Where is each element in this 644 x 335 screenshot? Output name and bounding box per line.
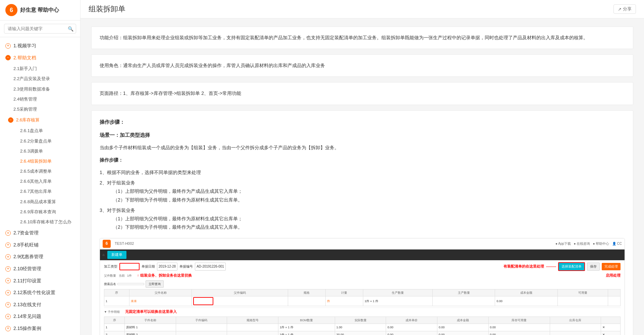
screenshot-sim: 6 TEST-H002 ● App下载 ● 在线咨询 ● 帮助中心 👤 CC ⌂… [100, 238, 625, 335]
ss-sub-label: 父件数量 当前 1件 [104, 273, 132, 278]
expand-icon: + [5, 278, 11, 283]
sidebar-item-faq[interactable]: + 2.14常见问题 [0, 311, 80, 323]
sidebar-item-coupon[interactable]: + 2.9优惠券管理 [0, 251, 80, 263]
collapse-icon-inventory: − [8, 117, 13, 123]
sidebar-item-case[interactable]: + 2.15操作案例 [0, 323, 80, 335]
ss-lth-wh: 出库仓库 [550, 317, 601, 324]
ss-td-spec [288, 296, 325, 306]
sidebar-item-label: 2.9优惠券管理 [13, 254, 43, 260]
share-button[interactable]: ↗ 分享 [613, 4, 636, 14]
ss-form-row1: 加工类型 单据日期 2019-12-28 单据编号 AD-20191226-00… [104, 262, 621, 271]
ss-lth-ops [601, 317, 621, 324]
sidebar-item-inventory[interactable]: − 2.6库存核算 [0, 114, 80, 126]
ss-th-parent-code: 父件编码 [192, 289, 288, 296]
sidebar-sub-item-3[interactable]: 2.4销售管理 [0, 94, 80, 104]
sidebar-sub-item-6[interactable]: 2.6.1盘点单 [0, 126, 80, 136]
ss-ltd-avail2: 0.00 [488, 331, 550, 335]
search-input[interactable] [4, 24, 76, 34]
ss-nav-bar: ⌂ 新建单 [100, 249, 625, 260]
sidebar-item-label: 2.13在线支付 [13, 301, 41, 308]
sidebar-item-label: 2.11打印设置 [13, 278, 41, 284]
table-row: 1 米米 件 1件 = 1 件 0.00 [104, 296, 621, 306]
screenshot-container: 6 TEST-H002 ● App下载 ● 在线咨询 ● 帮助中心 👤 CC ⌂… [100, 238, 625, 335]
ss-ltd-ops2: ✕ [601, 331, 621, 335]
table-row: 1 原材料 1 1件 = 1 件 1.00 0.00 0.00 0.00 [104, 324, 621, 331]
path-text: 页面路径：1、库存核算->库存管理->组装拆卸单 2、首页->常用功能 [100, 91, 241, 96]
share-label: 分享 [623, 6, 632, 12]
expand-icon: + [5, 254, 11, 260]
sidebar-item-print[interactable]: + 2.11打印设置 [0, 275, 80, 287]
sidebar-sub-item-8[interactable]: 2.6.3调拨单 [0, 146, 80, 156]
ss-form-area: 加工类型 单据日期 2019-12-28 单据编号 AD-20191226-00… [100, 260, 625, 335]
sidebar-sub-item-11[interactable]: 2.6.6其他入库单 [0, 176, 80, 186]
sidebar-sub-item-13[interactable]: 2.6.8商品成本重算 [0, 197, 80, 207]
ops-title: 操作步骤： [100, 117, 625, 126]
sidebar-sub-item-7[interactable]: 2.6.2分量盘点单 [0, 136, 80, 146]
search-box[interactable]: 🔍 [0, 20, 80, 37]
role-card: 使用角色：通常由生产人员或库管人员完成拆装业务的操作，库管人员确认原材料的出库和… [91, 54, 633, 77]
scene-title: 场景一：加工类型选择 [100, 130, 625, 139]
ss-td-no: 1 [104, 296, 129, 306]
ss-td-cost: 0.00 [495, 296, 558, 306]
ss-th-prod-qty: 生产数量 [363, 289, 433, 296]
ss-th-ops [608, 289, 620, 296]
sidebar-item-label: 1.视频学习 [13, 43, 36, 49]
ss-ltd-ca1: 0.00 [437, 324, 488, 331]
ss-upper-table: 序 父件名称 父件编码 规格 计量 生产数量 主产数量 成本金额 可用量 [104, 289, 621, 306]
ss-ltd-spec2 [227, 331, 278, 335]
app-title: 好生意 帮助中心 [20, 7, 59, 14]
ss-date-label: 单据日期 [142, 264, 155, 270]
ss-finish-btn: 完成处理 [602, 263, 621, 270]
sidebar-item-label: 2.8手机旺铺 [13, 242, 39, 248]
sidebar-item-finance[interactable]: + 2.7资金管理 [0, 227, 80, 239]
ss-ltd-code2 [176, 331, 227, 335]
ss-select-btn: 选择装配清单 [558, 262, 585, 271]
search-icon: 🔍 [68, 26, 73, 32]
sidebar-item-mobile[interactable]: + 2.8手机旺铺 [0, 239, 80, 251]
sidebar-sub-item-9-active[interactable]: 2.6.4组装拆卸单 [0, 156, 80, 166]
sidebar-item-video[interactable]: + 1.视频学习 [0, 40, 80, 52]
ss-ltd-name2: 原材料 2 [125, 331, 176, 335]
ss-type-input [119, 263, 140, 270]
sidebar-sub-item-10[interactable]: 2.6.5成本调整单 [0, 166, 80, 176]
path-card: 页面路径：1、库存核算->库存管理->组装拆卸单 2、首页->常用功能 [91, 82, 633, 105]
sidebar-sub-item-2[interactable]: 2.3使用前数据准备 [0, 84, 80, 94]
ss-ltd-no1: 1 [104, 324, 125, 331]
ss-td-avail [558, 296, 608, 306]
sidebar-item-mgmt[interactable]: + 2.10经营管理 [0, 263, 80, 275]
ss-th-parent-name: 父件名称 [129, 289, 192, 296]
step3-1: （1）上部明细为父件明细，最终作为原材料生成其它出库单； [113, 215, 625, 223]
ss-lth-no: 序 [104, 317, 125, 324]
expand-icon: + [5, 43, 11, 49]
sidebar-item-payment[interactable]: + 2.13在线支付 [0, 299, 80, 311]
main-content: 组装拆卸单 ↗ 分享 功能介绍：组装拆卸单用来处理企业组装或拆卸等加工业务，支持… [80, 0, 644, 335]
sidebar-item-label: 2.14常见问题 [13, 313, 41, 320]
sidebar-sub-item-12[interactable]: 2.6.7其他出库单 [0, 186, 80, 197]
step3: 3、对于拆装业务 [100, 206, 625, 215]
sidebar-item-system[interactable]: + 2.12系统个性化设置 [0, 287, 80, 299]
ss-home-icon: ⌂ [103, 252, 105, 258]
ss-ltd-actual1: 1.00 [335, 324, 386, 331]
expand-icon: + [5, 266, 11, 272]
ss-ltd-wh1 [550, 324, 601, 331]
ss-company: TEST-H002 [115, 240, 134, 247]
sidebar-sub-item-0[interactable]: 2.1新手入门 [0, 64, 80, 74]
ss-ltd-avail1: 0.00 [488, 324, 550, 331]
ss-divider: ▼ 子件明细 无固定清单可以组换在这里录入 [104, 308, 621, 315]
ss-ltd-no2: 2 [104, 331, 125, 335]
ss-ltd-ops1: ✕ [601, 324, 621, 331]
ss-ltd-actual2: 20.00 [335, 331, 386, 335]
step2-2: （2）下部明细为子件明细，最终作为原材料生成其它出库单。 [113, 196, 625, 204]
sidebar-sub-item-1[interactable]: 2.2产品安装及登录 [0, 74, 80, 84]
content-area: 功能介绍：组装拆卸单用来处理企业组装或拆卸等加工业务，支持有固定装配清单的产品加… [80, 18, 644, 335]
ss-lth-bom: BOM数量 [278, 317, 335, 324]
sidebar-sub-item-14[interactable]: 2.6.9库存账本查询 [0, 207, 80, 217]
ss-lth-cost-unit: 成本单价 [386, 317, 437, 324]
ss-th-spec: 规格 [288, 289, 325, 296]
ss-lth-spec: 规格型号 [227, 317, 278, 324]
ss-th-cost: 成本金额 [495, 289, 558, 296]
sidebar-sub-item-15[interactable]: 2.6.10库存账本错了怎么办 [0, 217, 80, 227]
ss-top-bar: 6 TEST-H002 ● App下载 ● 在线咨询 ● 帮助中心 👤 CC [100, 238, 625, 249]
sidebar-sub-item-4[interactable]: 2.5采购管理 [0, 104, 80, 114]
sidebar-item-docs[interactable]: − 2.帮助文档 [0, 52, 80, 64]
